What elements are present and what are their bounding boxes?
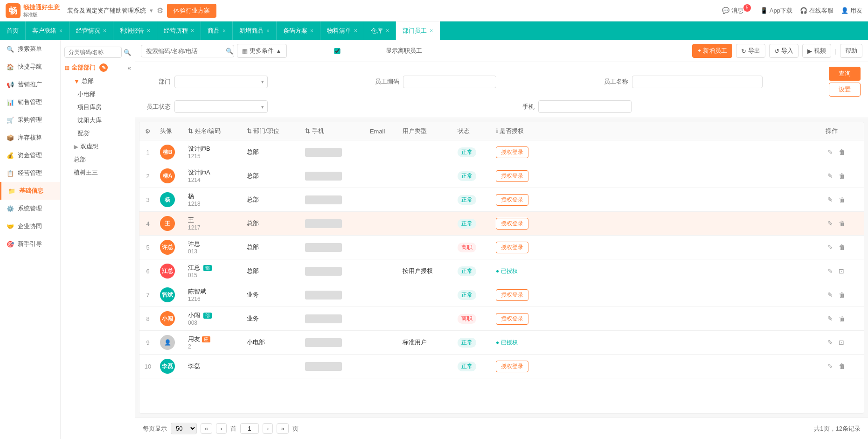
delete-btn[interactable]: 🗑 [837, 195, 847, 204]
dept-select[interactable] [174, 76, 268, 88]
phone-input[interactable] [538, 100, 632, 113]
dept-item-peihuo[interactable]: 配货 [64, 127, 135, 140]
edit-btn[interactable]: ✎ [826, 243, 835, 252]
delete-btn[interactable]: 🗑 [837, 290, 847, 300]
sidebar-item-management[interactable]: 📋 经营管理 [0, 164, 60, 182]
sidebar-item-inventory[interactable]: 📦 库存核算 [0, 129, 60, 146]
th-settings[interactable]: ⚙ [139, 122, 156, 140]
close-icon[interactable]: × [386, 28, 389, 34]
settings-icon[interactable]: ⚙ [157, 6, 163, 15]
close-icon[interactable]: × [266, 28, 270, 34]
sidebar-item-quicknav[interactable]: 🏠 快捷导航 [0, 58, 60, 76]
auth-login-btn[interactable]: 授权登录 [496, 170, 528, 182]
trial-button[interactable]: 体验行业方案 [167, 4, 216, 18]
per-page-select[interactable]: 50 20 100 [171, 423, 197, 434]
empcode-input[interactable] [403, 76, 496, 88]
dept-item-zongbu-parent[interactable]: ▼ 总部 [64, 75, 135, 88]
sidebar-item-purchase[interactable]: 🛒 采购管理 [0, 111, 60, 129]
message-btn[interactable]: 💬 消息 5 [722, 7, 753, 15]
edit-btn[interactable]: ✎ [826, 338, 835, 347]
edit-dept-icon[interactable]: ✎ [99, 63, 108, 72]
tab-profit[interactable]: 利润报告 × [113, 21, 157, 40]
search-btn[interactable]: 🔍 [226, 48, 233, 55]
auth-login-btn[interactable]: 授权登录 [496, 313, 528, 325]
sidebar-item-finance[interactable]: 💰 资金管理 [0, 146, 60, 164]
edit-btn[interactable]: ✎ [826, 147, 835, 157]
sidebar-item-guide[interactable]: 🎯 新手引导 [0, 235, 60, 253]
next-page-btn[interactable]: › [263, 423, 273, 434]
set-btn[interactable]: 设置 [829, 83, 861, 97]
dept-item-zongbu[interactable]: 总部 [64, 153, 135, 166]
sidebar-item-basicinfo[interactable]: 📁 基础信息 [0, 182, 60, 200]
collapse-dept-icon[interactable]: « [128, 64, 131, 71]
edit-btn[interactable]: ✎ [826, 290, 835, 300]
close-icon[interactable]: × [430, 28, 433, 34]
help-btn[interactable]: 帮助 [840, 44, 862, 58]
edit-btn[interactable]: ✎ [826, 362, 835, 371]
delete-btn[interactable]: 🗑 [837, 314, 847, 323]
show-resigned-checkbox[interactable] [291, 48, 384, 54]
tab-operation[interactable]: 经营情况 × [69, 21, 113, 40]
dept-item-shenyang[interactable]: 沈阳大库 [64, 114, 135, 127]
prev-page-btn[interactable]: ‹ [216, 423, 226, 434]
first-page-btn[interactable]: « [201, 423, 212, 434]
dept-item-zhishuwang[interactable]: 植树王三 [64, 166, 135, 179]
close-icon[interactable]: × [310, 28, 313, 34]
tab-bom[interactable]: 物料清单 × [320, 21, 364, 40]
copy-btn[interactable]: ⊡ [837, 266, 846, 276]
th-dept[interactable]: ⇅ 部门/职位 [243, 122, 302, 140]
delete-btn[interactable]: 🗑 [837, 243, 847, 252]
close-icon[interactable]: × [147, 28, 150, 34]
sidebar-item-search[interactable]: 🔍 搜索菜单 [0, 40, 60, 58]
delete-btn[interactable]: 🗑 [837, 147, 847, 157]
sidebar-item-system[interactable]: ⚙️ 系统管理 [0, 200, 60, 217]
close-icon[interactable]: × [191, 28, 194, 34]
close-icon[interactable]: × [222, 28, 226, 34]
tab-goods[interactable]: 商品 × [201, 21, 233, 40]
tab-barcode[interactable]: 条码方案 × [277, 21, 320, 40]
tab-home[interactable]: 首页 [0, 21, 26, 40]
dept-item-xiaodiandu[interactable]: 小电部 [64, 88, 135, 101]
export-btn[interactable]: ↻ 导出 [736, 44, 765, 58]
tab-add-goods[interactable]: 新增商品 × [233, 21, 277, 40]
edit-btn[interactable]: ✎ [826, 171, 835, 181]
app-download-btn[interactable]: 📱 App下载 [760, 7, 792, 15]
auth-login-btn[interactable]: 授权登录 [496, 146, 528, 158]
status-select[interactable] [174, 100, 268, 113]
page-number-input[interactable] [240, 423, 259, 434]
dept-item-projectroom[interactable]: 项目库房 [64, 101, 135, 114]
tab-history[interactable]: 经营历程 × [157, 21, 201, 40]
show-resigned-label[interactable]: 显示离职员工 [291, 47, 422, 55]
sidebar-item-marketing[interactable]: 📢 营销推广 [0, 76, 60, 93]
edit-btn[interactable]: ✎ [826, 314, 835, 323]
dept-search-input[interactable] [64, 47, 122, 58]
th-phone[interactable]: ⇅ 手机 [301, 122, 366, 140]
edit-btn[interactable]: ✎ [826, 219, 835, 228]
dept-item-shuangxu[interactable]: ▶ 双虚想 [64, 140, 135, 153]
last-page-btn[interactable]: » [277, 423, 288, 434]
view-btn[interactable]: ▶ 视频 [802, 44, 831, 58]
import-btn[interactable]: ↺ 导入 [769, 44, 799, 58]
delete-btn[interactable]: 🗑 [837, 171, 847, 181]
empname-input[interactable] [632, 76, 763, 88]
delete-btn[interactable]: 🗑 [837, 219, 847, 228]
close-icon[interactable]: × [103, 28, 106, 34]
sidebar-item-collab[interactable]: 🤝 企业协同 [0, 217, 60, 235]
query-btn[interactable]: 查询 [829, 67, 861, 81]
close-icon[interactable]: × [354, 28, 357, 34]
user-btn[interactable]: 👤 用友 [841, 7, 862, 15]
auth-login-btn[interactable]: 授权登录 [496, 361, 528, 372]
tab-warehouse[interactable]: 仓库 × [364, 21, 396, 40]
edit-btn[interactable]: ✎ [826, 266, 835, 276]
delete-btn[interactable]: 🗑 [837, 362, 847, 371]
tab-employees[interactable]: 部门员工 × [396, 21, 440, 40]
online-service-btn[interactable]: 🎧 在线客服 [800, 7, 833, 15]
more-filter-btn[interactable]: ▦ 更多条件 ▲ [237, 44, 287, 58]
tab-customer[interactable]: 客户联络 × [26, 21, 69, 40]
close-icon[interactable]: × [59, 28, 62, 34]
copy-btn[interactable]: ⊡ [837, 338, 846, 347]
auth-login-btn[interactable]: 授权登录 [496, 218, 528, 230]
dept-all-header[interactable]: ⊞ 全部部门 ✎ « [61, 61, 135, 75]
sidebar-item-sales[interactable]: 📊 销售管理 [0, 93, 60, 111]
dropdown-icon[interactable]: ▾ [150, 7, 153, 14]
